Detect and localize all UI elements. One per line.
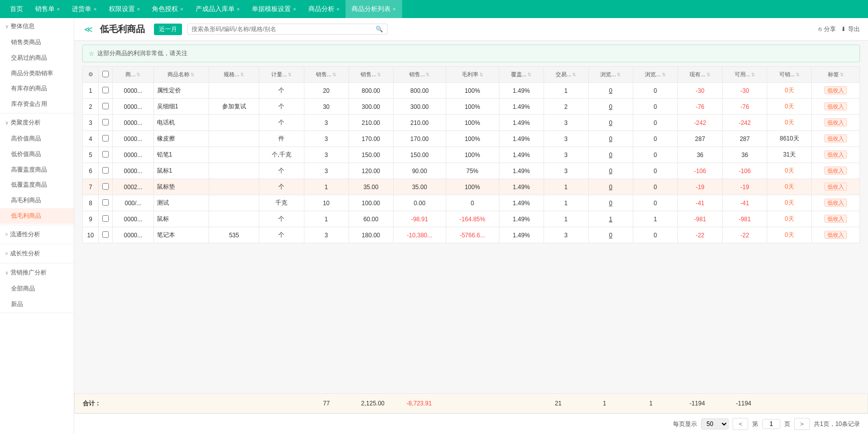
- page-number-input[interactable]: [762, 419, 780, 429]
- row-checkbox[interactable]: [99, 227, 113, 243]
- row-view1[interactable]: 0: [588, 227, 633, 243]
- row-view1[interactable]: 0: [588, 115, 633, 131]
- export-button[interactable]: ⬇ 导出: [841, 25, 860, 34]
- row-name[interactable]: 电话机: [153, 115, 209, 131]
- nav-close-icon[interactable]: ×: [137, 6, 140, 12]
- col-tag[interactable]: 标签⇅: [812, 67, 860, 83]
- row-name[interactable]: 吴细细1: [153, 99, 209, 115]
- select-all-checkbox[interactable]: [102, 71, 109, 77]
- row-view1[interactable]: 1: [588, 211, 633, 227]
- page-size-select[interactable]: 50 100 200: [701, 418, 729, 429]
- sidebar-section-流通性分析[interactable]: >流通性分析: [0, 226, 74, 243]
- table-container[interactable]: ⚙ 商...⇅ 商品名称⇅ 规格...⇅ 计量...⇅ 销售...⇅ 销售...…: [82, 66, 860, 393]
- nav-item-商品分析列表[interactable]: 商品分析列表×: [345, 0, 402, 18]
- nav-item-权限设置[interactable]: 权限设置×: [103, 0, 146, 18]
- sidebar-item-高价值商品[interactable]: 高价值商品: [0, 131, 74, 147]
- sidebar-item-低毛利商品[interactable]: 低毛利商品: [0, 208, 74, 224]
- row-name[interactable]: 橡皮擦: [153, 131, 209, 147]
- col-coverage[interactable]: 覆盖...⇅: [499, 67, 544, 83]
- nav-item-商品分析[interactable]: 商品分析×: [302, 0, 345, 18]
- nav-close-icon[interactable]: ×: [93, 6, 96, 12]
- col-gross-margin[interactable]: 毛利率⇅: [446, 67, 499, 83]
- sidebar-item-新品[interactable]: 新品: [0, 297, 74, 312]
- col-checkbox[interactable]: [99, 67, 113, 83]
- row-checkbox[interactable]: [99, 179, 113, 195]
- col-unit[interactable]: 计量...⇅: [259, 67, 304, 83]
- col-name[interactable]: 商品名称⇅: [153, 67, 209, 83]
- row-tag[interactable]: 低收入: [812, 211, 860, 227]
- row-view1[interactable]: 0: [588, 163, 633, 179]
- sidebar-item-低价值商品[interactable]: 低价值商品: [0, 147, 74, 162]
- collapse-button[interactable]: ≪: [82, 25, 95, 34]
- row-view1[interactable]: 0: [588, 83, 633, 99]
- row-tag[interactable]: 低收入: [812, 99, 860, 115]
- col-current-stock[interactable]: 现有...⇅: [678, 67, 723, 83]
- row-tag[interactable]: 低收入: [812, 147, 860, 163]
- sidebar-section-营销推广分析[interactable]: ∨营销推广分析: [0, 264, 74, 281]
- nav-item-销售单[interactable]: 销售单×: [29, 0, 66, 18]
- row-checkbox[interactable]: [99, 131, 113, 147]
- col-trade-count[interactable]: 交易...⇅: [544, 67, 588, 83]
- row-checkbox[interactable]: [99, 211, 113, 227]
- row-tag[interactable]: 低收入: [812, 163, 860, 179]
- sidebar-item-低覆盖度商品[interactable]: 低覆盖度商品: [0, 177, 74, 193]
- prev-page-button[interactable]: ＜: [733, 418, 748, 430]
- col-view2[interactable]: 浏览...⇅: [633, 67, 677, 83]
- nav-close-icon[interactable]: ×: [180, 6, 183, 12]
- nav-close-icon[interactable]: ×: [336, 6, 339, 12]
- col-sale-profit[interactable]: 销售...⇅: [393, 67, 446, 83]
- col-code[interactable]: 商...⇅: [113, 67, 154, 83]
- row-checkbox[interactable]: [99, 195, 113, 211]
- row-checkbox[interactable]: [99, 147, 113, 163]
- row-checkbox[interactable]: [99, 83, 113, 99]
- col-sale-amt[interactable]: 销售...⇅: [349, 67, 393, 83]
- row-tag[interactable]: 低收入: [812, 131, 860, 147]
- nav-item-首页[interactable]: 首页: [4, 0, 29, 18]
- row-tag[interactable]: 低收入: [812, 195, 860, 211]
- row-view1[interactable]: 0: [588, 99, 633, 115]
- sidebar-item-高毛利商品[interactable]: 高毛利商品: [0, 193, 74, 208]
- sidebar-section-成长性分析[interactable]: >成长性分析: [0, 245, 74, 262]
- row-name[interactable]: 属性定价: [153, 83, 209, 99]
- col-settings[interactable]: ⚙: [83, 67, 99, 83]
- search-icon[interactable]: 🔍: [376, 26, 383, 33]
- row-tag[interactable]: 低收入: [812, 83, 860, 99]
- row-tag[interactable]: 低收入: [812, 227, 860, 243]
- row-name[interactable]: 鼠标垫: [153, 179, 209, 195]
- sidebar-item-库存资金占用[interactable]: 库存资金占用: [0, 96, 74, 112]
- row-name[interactable]: 鼠标: [153, 211, 209, 227]
- search-input[interactable]: [192, 26, 376, 33]
- row-name[interactable]: 笔记本: [153, 227, 209, 243]
- nav-item-单据模板设置[interactable]: 单据模板设置×: [246, 0, 302, 18]
- col-sale-qty[interactable]: 销售...⇅: [304, 67, 349, 83]
- row-checkbox[interactable]: [99, 163, 113, 179]
- row-name[interactable]: 铅笔1: [153, 147, 209, 163]
- row-view1[interactable]: 0: [588, 195, 633, 211]
- row-view1[interactable]: 0: [588, 147, 633, 163]
- row-name[interactable]: 鼠标1: [153, 163, 209, 179]
- sidebar-item-交易过的商品[interactable]: 交易过的商品: [0, 50, 74, 66]
- sidebar-section-类聚度分析[interactable]: ∨类聚度分析: [0, 114, 74, 131]
- nav-item-进货单[interactable]: 进货单×: [66, 0, 102, 18]
- nav-close-icon[interactable]: ×: [293, 6, 296, 12]
- next-page-button[interactable]: ＞: [794, 418, 810, 430]
- share-button[interactable]: ⎋ 分享: [818, 25, 836, 34]
- row-tag[interactable]: 低收入: [812, 115, 860, 131]
- row-checkbox[interactable]: [99, 99, 113, 115]
- row-name[interactable]: 测试: [153, 195, 209, 211]
- nav-item-角色授权[interactable]: 角色授权×: [146, 0, 189, 18]
- col-available-stock[interactable]: 可用...⇅: [723, 67, 767, 83]
- row-view1[interactable]: 0: [588, 179, 633, 195]
- sidebar-item-商品分类助销率[interactable]: 商品分类助销率: [0, 66, 74, 81]
- filter-button[interactable]: 近一月: [154, 24, 182, 35]
- nav-close-icon[interactable]: ×: [237, 6, 240, 12]
- col-view1[interactable]: 浏览...⇅: [588, 67, 633, 83]
- nav-close-icon[interactable]: ×: [57, 6, 60, 12]
- sidebar-item-销售类商品[interactable]: 销售类商品: [0, 35, 74, 50]
- sidebar-item-有库存的商品[interactable]: 有库存的商品: [0, 81, 74, 96]
- nav-close-icon[interactable]: ×: [393, 6, 396, 12]
- nav-item-产成品入库单[interactable]: 产成品入库单×: [190, 0, 246, 18]
- sidebar-item-全部商品[interactable]: 全部商品: [0, 281, 74, 297]
- row-checkbox[interactable]: [99, 115, 113, 131]
- col-spec[interactable]: 规格...⇅: [209, 67, 259, 83]
